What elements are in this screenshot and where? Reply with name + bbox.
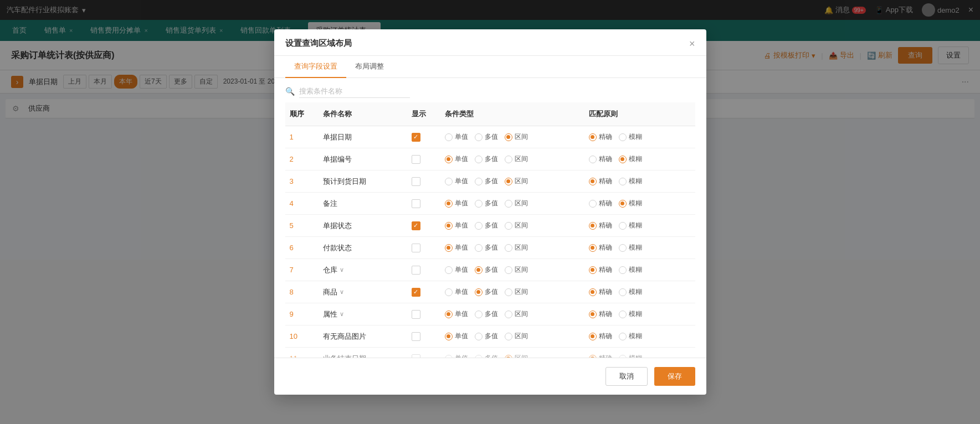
row-4-cond-type: 单值 多值 区间: [440, 195, 584, 211]
r5-single[interactable]: [445, 222, 453, 230]
row-1-cond-type: 单值 多值 区间: [440, 129, 584, 145]
modal-overlay: 设置查询区域布局 × 查询字段设置 布局调整 🔍 顺序 条件名称 显示 条件类型…: [0, 0, 980, 260]
row-1-order: 1: [285, 130, 319, 144]
r2-multi[interactable]: [475, 156, 483, 163]
settings-row-4: 4 备注 单值 多值 区间 精确 模糊: [285, 193, 695, 215]
row-6-checkbox[interactable]: [412, 244, 420, 252]
r4-multi[interactable]: [475, 200, 483, 208]
r1-exact[interactable]: [589, 133, 597, 141]
r6-multi[interactable]: [475, 244, 483, 252]
settings-row-5: 5 单据状态 单值 多值 区间 精确 模糊: [285, 215, 695, 237]
settings-dialog: 设置查询区域布局 × 查询字段设置 布局调整 🔍 顺序 条件名称 显示 条件类型…: [274, 29, 706, 260]
row-3-checkbox[interactable]: [412, 177, 420, 186]
r1-multi[interactable]: [475, 133, 483, 141]
row-6-match-rule: 精确 模糊: [584, 240, 695, 256]
r5-fuzzy[interactable]: [619, 222, 627, 230]
row-2-cond-type: 单值 多值 区间: [440, 151, 584, 167]
settings-row-2: 2 单据编号 单值 多值 区间 精确 模糊: [285, 148, 695, 170]
r2-single[interactable]: [445, 156, 453, 163]
settings-row-3: 3 预计到货日期 单值 多值 区间 精确 模糊: [285, 170, 695, 193]
row-3-display[interactable]: [407, 174, 440, 189]
row-3-order: 3: [285, 174, 319, 189]
r4-range[interactable]: [505, 200, 512, 208]
r3-range[interactable]: [505, 178, 512, 185]
r1-single[interactable]: [445, 133, 453, 141]
r5-multi[interactable]: [475, 222, 483, 230]
row-6-name: 付款状态: [319, 240, 407, 256]
row-1-name: 单据日期: [319, 129, 407, 146]
row-5-name: 单据状态: [319, 218, 407, 234]
th-order: 顺序: [285, 107, 319, 121]
search-icon: 🔍: [285, 87, 295, 96]
row-6-display[interactable]: [407, 240, 440, 256]
settings-row-6: 6 付款状态 单值 多值 区间 精确 模糊: [285, 237, 695, 259]
row-6-order: 6: [285, 240, 319, 255]
r2-fuzzy[interactable]: [619, 156, 627, 163]
search-area: 🔍: [274, 78, 706, 102]
table-header-row: 顺序 条件名称 显示 条件类型 匹配原则: [285, 102, 695, 126]
th-name: 条件名称: [319, 107, 407, 121]
row-3-cond-type: 单值 多值 区间: [440, 173, 584, 189]
row-2-display[interactable]: [407, 152, 440, 167]
row-5-checkbox[interactable]: [412, 221, 420, 230]
dialog-close-button[interactable]: ×: [689, 39, 695, 49]
r1-fuzzy[interactable]: [619, 133, 627, 141]
search-input[interactable]: [299, 85, 410, 98]
r2-range[interactable]: [505, 156, 512, 163]
dialog-tab-query-fields[interactable]: 查询字段设置: [285, 56, 346, 78]
row-4-order: 4: [285, 196, 319, 211]
row-2-name: 单据编号: [319, 151, 407, 168]
dialog-tabs: 查询字段设置 布局调整: [274, 56, 706, 78]
row-1-match-rule: 精确 模糊: [584, 129, 695, 145]
row-5-display[interactable]: [407, 218, 440, 234]
r6-range[interactable]: [505, 244, 512, 252]
r3-single[interactable]: [445, 178, 453, 185]
row-1-display[interactable]: [407, 130, 440, 145]
settings-row-1: 1 单据日期 单值 多值 区间 精确 模糊: [285, 126, 695, 148]
row-5-match-rule: 精确 模糊: [584, 218, 695, 234]
row-5-cond-type: 单值 多值 区间: [440, 218, 584, 234]
r3-multi[interactable]: [475, 178, 483, 185]
r4-fuzzy[interactable]: [619, 200, 627, 208]
row-4-checkbox[interactable]: [412, 199, 420, 208]
row-5-order: 5: [285, 218, 319, 233]
r2-exact[interactable]: [589, 156, 597, 163]
row-2-checkbox[interactable]: [412, 155, 420, 164]
r5-range[interactable]: [505, 222, 512, 230]
settings-row-7: 7 仓库 ∨ 单值 多值 区间 精确 模糊: [285, 259, 695, 260]
settings-table: 顺序 条件名称 显示 条件类型 匹配原则 1 单据日期 单值 多值 区间: [274, 102, 706, 260]
r3-exact[interactable]: [589, 178, 597, 185]
r4-single[interactable]: [445, 200, 453, 208]
row-4-match-rule: 精确 模糊: [584, 195, 695, 211]
row-1-checkbox[interactable]: [412, 133, 420, 142]
row-6-cond-type: 单值 多值 区间: [440, 240, 584, 256]
th-display: 显示: [407, 107, 440, 121]
row-3-match-rule: 精确 模糊: [584, 173, 695, 189]
row-4-name: 备注: [319, 195, 407, 212]
r6-exact[interactable]: [589, 244, 597, 252]
dialog-tab-layout[interactable]: 布局调整: [346, 56, 393, 78]
dialog-header: 设置查询区域布局 ×: [274, 29, 706, 56]
th-cond-type: 条件类型: [440, 107, 584, 121]
r5-exact[interactable]: [589, 222, 597, 230]
row-3-name: 预计到货日期: [319, 173, 407, 190]
r3-fuzzy[interactable]: [619, 178, 627, 185]
dialog-title: 设置查询区域布局: [285, 38, 352, 49]
r6-single[interactable]: [445, 244, 453, 252]
r4-exact[interactable]: [589, 200, 597, 208]
th-match-rule: 匹配原则: [584, 107, 695, 121]
r6-fuzzy[interactable]: [619, 244, 627, 252]
row-2-match-rule: 精确 模糊: [584, 151, 695, 167]
row-2-order: 2: [285, 152, 319, 167]
r1-range[interactable]: [505, 133, 512, 141]
row-4-display[interactable]: [407, 196, 440, 211]
